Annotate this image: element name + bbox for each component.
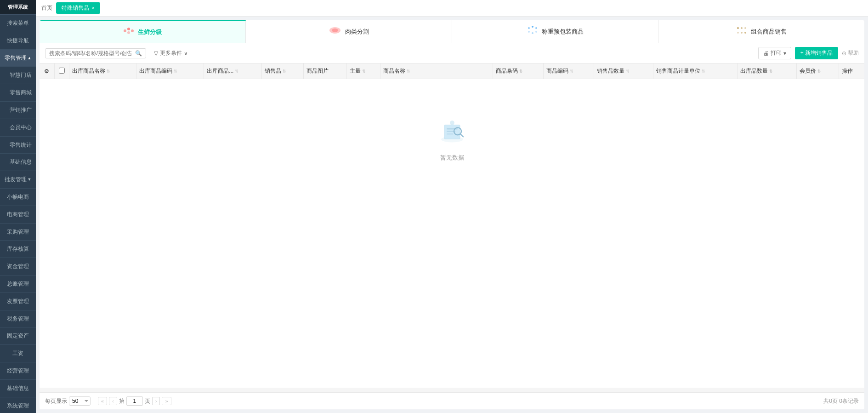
svg-point-5	[332, 29, 338, 32]
svg-point-10	[532, 32, 533, 34]
empty-text: 暂无数据	[440, 154, 464, 162]
sidebar-item-tax-mgmt[interactable]: 税务管理	[0, 310, 36, 328]
svg-point-16	[741, 32, 743, 34]
sidebar-item-retail-mall[interactable]: 零售商城	[0, 84, 36, 102]
col-sale-unit[interactable]: 销售商品计量单位⇅	[653, 63, 738, 79]
tab-fresh-grade[interactable]: 生鲜分级	[40, 20, 246, 43]
col-member-price[interactable]: 会员价⇅	[796, 63, 839, 79]
toolbar: 🔍 ▽ 更多条件 ∨ 🖨 打印 ▾ + 新增销售品 ⊙ 帮助	[40, 43, 864, 63]
col-out-product-code[interactable]: 出库商品编码⇅	[136, 63, 204, 79]
col-out-product-name[interactable]: 出库商品名称⇅	[69, 63, 136, 79]
tab-meat-cut[interactable]: 肉类分割	[246, 20, 452, 43]
home-tab[interactable]: 首页	[41, 4, 52, 12]
sidebar-item-ledger-mgmt[interactable]: 总账管理	[0, 275, 36, 293]
filter-icon: ▽	[154, 50, 158, 57]
sort-icon: ⇅	[570, 69, 573, 74]
svg-point-3	[127, 31, 130, 34]
svg-point-6	[528, 27, 530, 29]
search-icon[interactable]: 🔍	[135, 50, 142, 57]
filter-arrow-icon: ∨	[184, 50, 188, 57]
svg-point-26	[450, 120, 454, 125]
search-box[interactable]: 🔍	[45, 48, 146, 58]
sort-icon: ⇅	[407, 69, 410, 74]
select-all-checkbox[interactable]	[59, 68, 65, 74]
search-input[interactable]	[49, 50, 133, 57]
sidebar-item-biz-mgmt[interactable]: 经营管理	[0, 362, 36, 380]
sidebar-logo: 管理系统	[0, 0, 36, 15]
tab-weigh-pack[interactable]: 称重预包装商品	[452, 20, 658, 43]
bottom-scrollbar[interactable]	[40, 388, 864, 392]
sidebar-item-purchase-mgmt[interactable]: 采购管理	[0, 224, 36, 241]
sort-icon: ⇅	[174, 69, 177, 74]
sidebar: 管理系统 搜索菜单 快捷导航 零售管理 ▲ 智慧门店 零售商城 营销推广 会员中…	[0, 0, 36, 413]
page-navigation: « ‹ 第 页 › »	[98, 396, 171, 406]
sidebar-item-fund-mgmt[interactable]: 资金管理	[0, 258, 36, 275]
svg-point-2	[131, 29, 134, 32]
per-page-select[interactable]: 10 20 50 100	[69, 396, 91, 406]
svg-point-11	[535, 31, 537, 33]
sidebar-item-marketing[interactable]: 营销推广	[0, 102, 36, 119]
topbar: 首页 特殊销售品 ×	[36, 0, 868, 17]
sidebar-item-wholesale-mgmt[interactable]: 批发管理 ▼	[0, 171, 36, 189]
category-tabs: 生鲜分级 肉类分割	[40, 20, 864, 43]
col-product-code[interactable]: 商品编码⇅	[544, 63, 594, 79]
svg-rect-23	[447, 133, 453, 134]
sidebar-item-retail-mgmt[interactable]: 零售管理 ▲	[0, 50, 36, 67]
last-page-button[interactable]: »	[162, 397, 171, 405]
sidebar-item-search-menu[interactable]: 搜索菜单	[0, 15, 36, 32]
per-page-selector: 每页显示 10 20 50 100	[45, 396, 91, 406]
sidebar-item-salary[interactable]: 工资	[0, 345, 36, 362]
svg-point-8	[535, 27, 537, 29]
col-product-name[interactable]: 商品名称⇅	[380, 63, 493, 79]
page-number-input[interactable]	[126, 396, 143, 406]
next-page-button[interactable]: ›	[152, 397, 160, 405]
new-product-button[interactable]: + 新增销售品	[795, 47, 838, 59]
filter-button[interactable]: ▽ 更多条件 ∨	[150, 47, 192, 59]
sort-icon: ⇅	[283, 69, 286, 74]
col-out-product-spec[interactable]: 出库商品...⇅	[204, 63, 261, 79]
svg-point-9	[528, 31, 530, 33]
sidebar-item-retail-stats[interactable]: 零售统计	[0, 137, 36, 154]
sidebar-item-smart-store[interactable]: 智慧门店	[0, 67, 36, 84]
retail-mgmt-arrow: ▲	[28, 55, 32, 61]
col-weight[interactable]: 主量⇅	[346, 63, 380, 79]
sort-icon: ⇅	[235, 69, 238, 74]
tab-close-icon[interactable]: ×	[92, 6, 95, 11]
first-page-button[interactable]: «	[98, 397, 107, 405]
sort-icon: ⇅	[626, 69, 630, 74]
print-button[interactable]: 🖨 打印 ▾	[758, 47, 791, 59]
col-checkbox[interactable]	[54, 63, 69, 79]
sort-icon: ⇅	[519, 69, 523, 74]
sidebar-item-ecom-mgmt[interactable]: 电商管理	[0, 206, 36, 224]
col-product-barcode[interactable]: 商品条码⇅	[493, 63, 543, 79]
empty-illustration	[434, 116, 471, 148]
page-content: 生鲜分级 肉类分割	[40, 20, 864, 409]
col-settings[interactable]: ⚙	[40, 63, 54, 79]
col-sale-product[interactable]: 销售品⇅	[261, 63, 304, 79]
svg-point-13	[741, 27, 743, 29]
active-tab[interactable]: 特殊销售品 ×	[56, 2, 100, 14]
page-suffix: 页	[145, 397, 150, 405]
combo-sale-icon	[736, 26, 747, 37]
sidebar-item-inventory[interactable]: 库存核算	[0, 241, 36, 258]
help-label: 帮助	[848, 49, 859, 57]
fresh-grade-icon	[123, 27, 134, 37]
sidebar-item-quick-nav[interactable]: 快捷导航	[0, 32, 36, 50]
sidebar-item-basic-info-2[interactable]: 基础信息	[0, 380, 36, 397]
pagination-total: 共0页 0条记录	[823, 397, 859, 405]
help-button[interactable]: ⊙ 帮助	[842, 49, 859, 57]
svg-point-1	[127, 28, 130, 30]
sort-icon: ⇅	[107, 69, 110, 74]
tab-combo-sale[interactable]: 组合商品销售	[658, 20, 864, 43]
col-out-quantity[interactable]: 出库品数量⇅	[738, 63, 797, 79]
svg-line-25	[460, 134, 463, 137]
sidebar-item-xiao-chang[interactable]: 小畅电商	[0, 189, 36, 206]
sidebar-item-member-center[interactable]: 会员中心	[0, 119, 36, 137]
sidebar-item-sys-mgmt[interactable]: 系统管理	[0, 397, 36, 413]
prev-page-button[interactable]: ‹	[109, 397, 117, 405]
sidebar-item-invoice-mgmt[interactable]: 发票管理	[0, 293, 36, 310]
col-sale-quantity[interactable]: 销售品数量⇅	[594, 63, 653, 79]
sidebar-item-fixed-assets[interactable]: 固定资产	[0, 327, 36, 345]
sidebar-item-basic-info-1[interactable]: 基础信息	[0, 154, 36, 171]
table-container: ⚙ 出库商品名称⇅ 出库商品编码⇅ 出库商品...⇅	[40, 63, 864, 388]
